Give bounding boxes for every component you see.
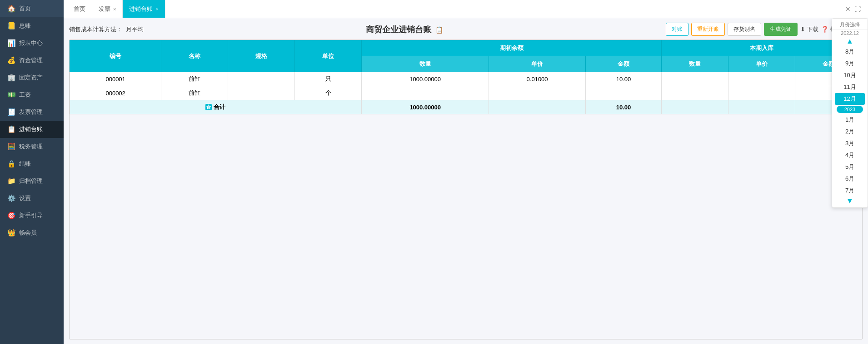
close-book-icon: 🔒 [7, 160, 15, 168]
payroll-icon: 💵 [7, 91, 15, 99]
content-header: 销售成本计算方法： 月平均 商贸企业进销台账 📋 对账 重新开账 存货别名 生成… [69, 23, 863, 36]
year-2022-label: 2022.12 [832, 29, 868, 37]
cell-in-qty [662, 86, 728, 100]
sidebar-item-label: 税务管理 [19, 143, 43, 151]
cell-opening-price [489, 86, 586, 100]
sidebar-item-label: 畅会员 [19, 229, 37, 237]
col-sub-opening-qty: 数量 [361, 56, 489, 72]
tab-home[interactable]: 首页 [67, 0, 92, 18]
month-item[interactable]: 10月 [832, 69, 868, 81]
sidebar-item-label: 进销台账 [19, 125, 43, 133]
reopen-button[interactable]: 重新开账 [691, 23, 725, 36]
window-expand-button[interactable]: ⛶ [854, 5, 861, 13]
help-icon: ❓ [821, 26, 828, 33]
sidebar-item-vip[interactable]: 👑 畅会员 [0, 224, 64, 241]
total-label-cell: 合 合计 [70, 100, 362, 114]
cell-opening-price: 0.01000 [489, 72, 586, 86]
sidebar: 🏠 首页 📒 总账 📊 报表中心 💰 资金管理 🏢 固定资产 💵 工资 🧾 发票… [0, 0, 64, 344]
month-item[interactable]: 12月 [835, 93, 865, 105]
cell-spec [228, 86, 295, 100]
cell-in-qty [662, 72, 728, 86]
tab-invoice[interactable]: 发票 × [92, 0, 123, 18]
download-button[interactable]: ⬇ 下载 [800, 25, 818, 34]
sidebar-item-label: 固定资产 [19, 74, 43, 82]
sidebar-item-settings[interactable]: ⚙️ 设置 [0, 190, 64, 207]
nav-up-button[interactable]: ▲ [846, 38, 853, 45]
total-in-qty [662, 100, 728, 114]
tab-invoice-close[interactable]: × [113, 6, 116, 12]
window-close-button[interactable]: ✕ [845, 5, 851, 13]
sidebar-item-invoice-mgmt[interactable]: 🧾 发票管理 [0, 103, 64, 121]
month-picker-nav-up: ▲ [832, 37, 868, 46]
sidebar-item-label: 报表中心 [19, 39, 43, 47]
month-item[interactable]: 11月 [832, 81, 868, 93]
cell-name: 前缸 [161, 86, 228, 100]
assets-icon: 🏢 [7, 74, 15, 82]
cell-name: 前缸 [161, 72, 228, 86]
tab-inventory-close[interactable]: × [155, 6, 158, 12]
total-opening-qty: 1000.00000 [361, 100, 489, 114]
archive-icon: 📁 [7, 177, 15, 185]
sidebar-item-archive[interactable]: 📁 归档管理 [0, 172, 64, 190]
month-item[interactable]: 5月 [832, 161, 868, 173]
sidebar-item-payroll[interactable]: 💵 工资 [0, 86, 64, 103]
total-row: 合 合计 1000.00000 10.00 [70, 100, 862, 114]
sidebar-item-reports[interactable]: 📊 报表中心 [0, 34, 64, 52]
reports-icon: 📊 [7, 39, 15, 47]
cell-opening-qty [361, 86, 489, 100]
sidebar-item-label: 新手引导 [19, 211, 43, 220]
month-picker-panel: 月份选择 2022.12 ▲ 8月9月10月11月12月 2023 1月2月3月… [832, 18, 868, 208]
window-controls: ✕ ⛶ [845, 5, 864, 13]
cell-unit: 个 [295, 86, 362, 100]
col-header-opening: 期初余额 [361, 40, 661, 56]
tab-inventory-ledger[interactable]: 进销台账 × [123, 0, 165, 18]
home-icon: 🏠 [7, 5, 15, 13]
sidebar-item-finance[interactable]: 💰 资金管理 [0, 52, 64, 69]
month-item[interactable]: 3月 [832, 138, 868, 149]
sidebar-item-label: 总账 [19, 22, 31, 30]
total-icon: 合 [205, 104, 212, 110]
month-picker-nav-down: ▼ [832, 197, 868, 206]
col-header-spec: 规格 [228, 40, 295, 72]
inventory-table: 编号 名称 规格 单位 期初余额 本期入库 数量 单价 金额 数量 单价 金额 [69, 39, 863, 339]
finance-icon: 💰 [7, 56, 15, 64]
sidebar-item-guide[interactable]: 🎯 新手引导 [0, 207, 64, 224]
cell-spec [228, 72, 295, 86]
cell-code: 000001 [70, 72, 161, 86]
cell-opening-amount [585, 86, 661, 100]
generate-voucher-button[interactable]: 生成凭证 [764, 23, 798, 36]
inventory-icon: 📋 [7, 125, 15, 133]
month-item[interactable]: 4月 [832, 149, 868, 161]
reconcile-button[interactable]: 对账 [666, 23, 688, 36]
save-alias-button[interactable]: 存货别名 [728, 23, 761, 36]
tax-icon: 🧮 [7, 143, 15, 151]
cell-opening-amount: 10.00 [585, 72, 661, 86]
cell-unit: 只 [295, 72, 362, 86]
month-item[interactable]: 8月 [832, 46, 868, 58]
sidebar-item-assets[interactable]: 🏢 固定资产 [0, 69, 64, 86]
month-item[interactable]: 7月 [832, 185, 868, 197]
tab-invoice-label: 发票 [99, 5, 110, 13]
ledger-icon: 📒 [7, 22, 15, 30]
total-opening-amount: 10.00 [585, 100, 661, 114]
main-area: 首页 发票 × 进销台账 × ✕ ⛶ 销售成本计算方法： 月平均 商贸企业进销台… [64, 0, 868, 344]
month-item[interactable]: 9月 [832, 58, 868, 69]
month-item[interactable]: 2月 [832, 126, 868, 138]
month-item[interactable]: 6月 [832, 173, 868, 185]
sidebar-item-inventory[interactable]: 📋 进销台账 [0, 121, 64, 138]
page-title-icon[interactable]: 📋 [435, 26, 443, 34]
sidebar-item-label: 资金管理 [19, 56, 43, 64]
sidebar-item-label: 发票管理 [19, 108, 43, 116]
col-sub-in-price: 单价 [728, 56, 795, 72]
sidebar-item-ledger[interactable]: 📒 总账 [0, 17, 64, 34]
nav-down-button[interactable]: ▼ [846, 197, 853, 205]
cell-in-price [728, 72, 795, 86]
sidebar-item-label: 工资 [19, 91, 31, 99]
sidebar-item-tax[interactable]: 🧮 税务管理 [0, 138, 64, 155]
settings-icon: ⚙️ [7, 194, 15, 202]
invoice-mgmt-icon: 🧾 [7, 108, 15, 116]
sidebar-item-home[interactable]: 🏠 首页 [0, 0, 64, 17]
sidebar-item-close[interactable]: 🔒 结账 [0, 155, 64, 172]
tab-bar: 首页 发票 × 进销台账 × ✕ ⛶ [64, 0, 868, 18]
month-item[interactable]: 1月 [832, 114, 868, 126]
